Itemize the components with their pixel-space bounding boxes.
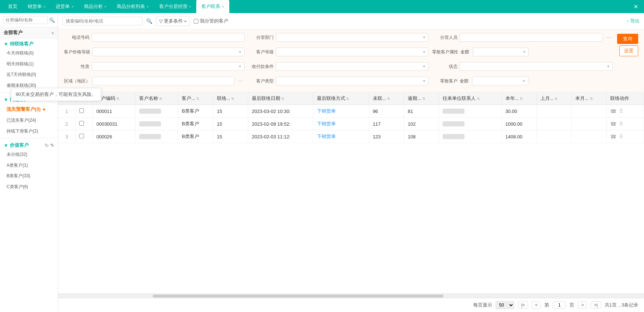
cell-contact-person (439, 105, 502, 118)
window-close-button[interactable]: ✕ (631, 3, 641, 10)
sidebar-item-week-contact[interactable]: 近7天待联络(0) (0, 69, 58, 80)
contact-icon[interactable]: ☎ (610, 108, 616, 114)
th-last-month[interactable]: 上月... (536, 92, 571, 105)
action-icons: ☎ ⠿ (610, 121, 640, 127)
more-action-icon[interactable]: ⠿ (619, 108, 623, 114)
nav-tab-customer-contact[interactable]: 客户联系 × (196, 0, 229, 13)
filter-label-dept: 分管部门 (248, 35, 274, 41)
search-icon[interactable]: 🔍 (146, 18, 152, 24)
nav-tab-customer-tier[interactable]: 客户分层经营 × (154, 0, 196, 13)
filter-field-region: 区域（地区） ··· (64, 77, 245, 85)
last-page-button[interactable]: >| (591, 301, 601, 309)
settings-button[interactable]: 设置 (619, 45, 638, 56)
filter-select-status[interactable] (460, 62, 613, 71)
filter-field-manager: 分管人员 ··· (432, 33, 613, 42)
nav-home[interactable]: 首页 (3, 0, 23, 13)
last-method-link[interactable]: 下销货单 (317, 121, 336, 126)
manager-more-icon[interactable]: ··· (605, 34, 613, 41)
row-checkbox[interactable] (79, 134, 84, 138)
filter-select-price-level[interactable] (92, 48, 245, 56)
page-size-select[interactable]: 50 100 200 (496, 301, 514, 309)
region-more-icon[interactable]: ··· (237, 78, 244, 84)
edit-icon[interactable]: ✎ (50, 143, 54, 148)
more-conditions-button[interactable]: ▽ 更多条件 (156, 16, 190, 26)
th-overdue[interactable]: 逾期... (404, 92, 439, 105)
last-method-link[interactable]: 下销货单 (317, 134, 336, 139)
my-customers-checkbox[interactable] (194, 19, 198, 24)
sidebar-item-churned[interactable]: 已流失客户(24) (0, 115, 58, 126)
filter-input-region[interactable] (92, 77, 234, 85)
nav-tab-analysis[interactable]: 商品分析 × (79, 0, 112, 13)
sidebar-item-c-class[interactable]: C类客户(6) (0, 182, 58, 193)
more-action-icon[interactable]: ⠿ (619, 121, 623, 127)
sidebar-search-input[interactable] (3, 16, 48, 24)
filter-select-customer-type[interactable] (276, 77, 429, 85)
filter-select-dept[interactable] (276, 33, 429, 42)
page-number-input[interactable] (553, 301, 566, 309)
cell-uncontacted: 117 (369, 118, 404, 130)
blurred-contact (443, 109, 464, 114)
more-action-icon[interactable]: ⠿ (619, 134, 623, 139)
th-contact-count[interactable]: 联络... (213, 92, 248, 105)
nav-tab-purchase[interactable]: 进货单 × (51, 0, 79, 13)
filter-select-retail-attr-wrap (473, 48, 529, 56)
first-page-button[interactable]: |< (518, 301, 528, 309)
th-uncontacted[interactable]: 未联... (369, 92, 404, 105)
sidebar-item-b-class[interactable]: B类客户(33) (0, 171, 58, 182)
close-icon[interactable]: × (222, 0, 224, 13)
th-this-month[interactable]: 本月... (572, 92, 607, 105)
sidebar-item-ungrouped[interactable]: 未分组(32) (0, 149, 58, 160)
query-button[interactable]: 查询 (617, 34, 638, 44)
search-input[interactable] (63, 17, 142, 25)
my-customers-checkbox-label[interactable]: 我分管的客户 (194, 18, 228, 24)
filter-label-status: 状态 (432, 64, 458, 70)
sidebar-group-value[interactable]: ▼ 价值客户 ↻ ✎ (0, 140, 58, 149)
th-type[interactable]: 客户... (178, 92, 213, 105)
close-icon[interactable]: × (104, 0, 106, 13)
nav-tab-analysis-list[interactable]: 商品分析列表 × (112, 0, 154, 13)
refresh-icon[interactable]: ↻ (45, 143, 49, 148)
close-icon[interactable]: × (146, 0, 149, 13)
filter-input-phone[interactable] (92, 33, 245, 42)
sidebar-item-declining[interactable]: 持续下滑客户(2) (0, 126, 58, 137)
filter-select-customer-level[interactable] (276, 48, 429, 56)
close-icon[interactable]: × (43, 0, 45, 13)
contact-icon[interactable]: ☎ (610, 134, 616, 139)
contact-icon[interactable]: ☎ (610, 121, 616, 127)
th-last-date[interactable]: 最后联络日期 (248, 92, 313, 105)
top-nav: 首页 销货单 × 进货单 × 商品分析 × 商品分析列表 × 客户分层经营 × … (0, 0, 644, 13)
export-icon: ↑ (627, 19, 629, 24)
filter-select-retail-customer[interactable] (472, 77, 528, 85)
prev-page-button[interactable]: < (532, 301, 541, 309)
sidebar-search-icon[interactable]: 🔍 (49, 17, 55, 23)
sidebar-group-pending[interactable]: ▼ 待联络客户 (0, 39, 58, 48)
cell-last-date: 2023-03-02 10:30: (248, 105, 313, 118)
row-checkbox[interactable] (79, 108, 84, 113)
tooltip-text: 90天未交易的客户，可能有流失风险。 (16, 92, 96, 97)
export-button[interactable]: ↑ 导出 (627, 18, 640, 24)
row-checkbox[interactable] (79, 121, 84, 126)
th-last-method[interactable]: 最后联络方式 (313, 92, 369, 105)
nav-tab-sales[interactable]: 销货单 × (23, 0, 51, 13)
close-icon[interactable]: × (71, 0, 73, 13)
th-name[interactable]: 客户名称 (135, 92, 178, 105)
filter-select-retail-attr[interactable] (473, 48, 529, 56)
next-page-button[interactable]: > (578, 301, 587, 309)
horizontal-scrollbar[interactable] (58, 293, 644, 298)
filter-label-manager: 分管人员 (432, 35, 458, 41)
filter-select-payment[interactable] (276, 62, 429, 71)
sidebar-collapse-button[interactable]: « (51, 30, 54, 36)
sidebar-item-a-class[interactable]: A类客户(1) (0, 160, 58, 171)
th-this-year[interactable]: 本年... (502, 92, 536, 105)
sidebar-item-tomorrow-contact[interactable]: 明天待联络(1) (0, 59, 58, 70)
sidebar-item-churn-warning[interactable]: 流失预警客户(3) ● (0, 104, 58, 115)
last-method-link[interactable]: 下销货单 (317, 108, 336, 114)
close-icon[interactable]: × (189, 0, 191, 13)
th-contact-person[interactable]: 往来单位联系人 (439, 92, 502, 105)
filter-input-manager[interactable] (460, 33, 603, 42)
warning-dot: ● (43, 106, 45, 112)
sidebar-item-today-contact[interactable]: 今天待联络(0) (0, 48, 58, 59)
filter-select-price-level-wrap (92, 48, 245, 56)
scrollbar-thumb[interactable] (153, 295, 443, 297)
filter-select-nature[interactable] (92, 62, 245, 71)
